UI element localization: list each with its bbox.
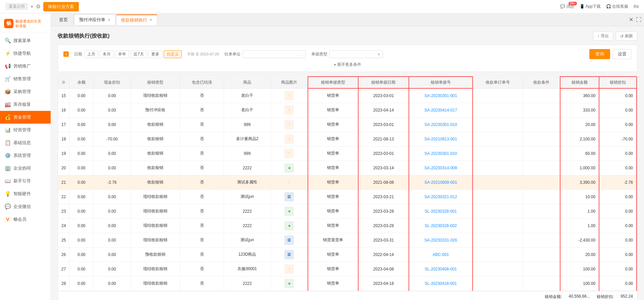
cell-verify-doc-type: 销货单 xyxy=(308,262,358,276)
cell-verify-doc-type: 销货单 xyxy=(308,218,358,233)
app-download-button[interactable]: 📱 App下载 xyxy=(580,4,601,9)
tab-receivable[interactable]: 收款核销执行 ✕ xyxy=(116,14,157,25)
cell-no: 28 xyxy=(58,276,69,291)
purchase-icon: 📦 xyxy=(5,89,11,95)
tab-prepaid[interactable]: 预付冲应付单 ✕ xyxy=(74,14,115,25)
from-unit-input[interactable] xyxy=(246,52,296,56)
verify-doc-link[interactable]: ABC-001 xyxy=(433,252,449,257)
message-button[interactable]: 💬 消息 99+ xyxy=(560,4,574,9)
cell-balance: 0.00 xyxy=(69,204,94,218)
cell-verify-doc-date: 2023-04-08 xyxy=(358,262,409,276)
company-selector[interactable]: 某某公司 xyxy=(5,3,28,10)
sidebar-item-sales[interactable]: 🛒 销售管理 xyxy=(0,73,51,85)
cell-verify-amount: 1,000.00 xyxy=(560,161,599,175)
cell-verify-type: 收款核销 xyxy=(130,175,180,189)
verify-doc-link[interactable]: SA-20210813-001 xyxy=(424,137,457,141)
cell-balance: 0.00 xyxy=(69,146,94,161)
user-name[interactable]: Rit xyxy=(634,4,639,9)
from-unit-input-wrap[interactable]: ... xyxy=(243,50,306,58)
product-image-thumb: ↑ xyxy=(284,149,294,158)
verify-doc-link[interactable]: SL-20230418-001 xyxy=(425,281,457,286)
filter-row: » 日期 上月 本月 本年 近7天 更多 自定义 不限 至 2023-07-26 xyxy=(63,49,632,59)
top-bar: 某某公司 ▾ ⚙ 体验行业方案 💬 消息 99+ 📱 App下载 🎧 在线客服 … xyxy=(0,0,644,13)
table-scroll[interactable]: ⚙ 余额 现金折扣 核销类型 包含已结清 商品 商品图片 核销单据类型 核销单据… xyxy=(58,76,637,291)
cell-verify-discount: 0.00 xyxy=(599,262,637,276)
verify-doc-link[interactable]: SA-20230331-026 xyxy=(424,238,457,243)
cell-cash-discount: 0.00 xyxy=(94,233,130,247)
sidebar-item-vip[interactable]: V 畅会员 xyxy=(0,213,51,226)
sidebar-item-enterprise[interactable]: 🏢 企业协同 xyxy=(0,162,51,175)
tab-expand-btn[interactable]: ⛶ xyxy=(636,17,641,23)
verify-doc-link[interactable]: SL-20230408-001 xyxy=(425,267,457,271)
cell-verify-doc-type: 销货单 xyxy=(308,204,358,218)
sidebar-item-basic[interactable]: 📋 基础信息 xyxy=(0,136,51,149)
sidebar-item-inventory[interactable]: 🏭 库存核算 xyxy=(0,98,51,111)
query-button[interactable]: 查询 xyxy=(589,49,610,59)
cell-receipt-condition xyxy=(523,161,560,175)
cell-receipt-condition xyxy=(523,262,560,276)
receipt-type-select[interactable]: ▾ xyxy=(329,50,383,58)
tab-receivable-close[interactable]: ✕ xyxy=(149,18,152,22)
cell-cash-discount: 0.00 xyxy=(94,103,130,117)
sidebar-item-search[interactable]: 🔍 搜索菜单 xyxy=(0,34,51,47)
verify-doc-link[interactable]: SA-20230301-010 xyxy=(424,151,457,156)
cell-balance: 0.00 xyxy=(69,247,94,262)
verify-doc-link[interactable]: SA-20230414-017 xyxy=(424,108,457,113)
sidebar-item-hardware[interactable]: 💡 智能硬件 xyxy=(0,187,51,200)
verify-doc-link[interactable]: SL-20230328-002 xyxy=(425,223,457,228)
tab-home[interactable]: 首页 xyxy=(54,15,73,25)
sidebar-item-purchase[interactable]: 📦 采购管理 xyxy=(0,85,51,98)
sidebar-item-marketing[interactable]: 📢 营销推广 xyxy=(0,60,51,73)
date-btn-custom[interactable]: 自定义 xyxy=(164,50,182,58)
date-btn-this-year[interactable]: 本年 xyxy=(115,50,129,58)
verify-doc-link[interactable]: SL-20230328-001 xyxy=(425,209,457,214)
sidebar-item-quick-nav[interactable]: ⚡ 快捷导航 xyxy=(0,47,51,60)
cell-product-image: 🖼 xyxy=(271,233,308,247)
cell-verify-doc-date: 2023-03-01 xyxy=(358,146,409,161)
cell-product-image: ↑ xyxy=(271,132,308,146)
th-settings[interactable]: ⚙ xyxy=(58,77,69,88)
date-btn-last-7d[interactable]: 近7天 xyxy=(130,50,147,58)
cell-product: 老白干 xyxy=(224,88,271,103)
cell-product: 测试多属性 xyxy=(224,175,271,189)
online-service-button[interactable]: 🎧 在线客服 xyxy=(606,4,628,9)
date-btn-more[interactable]: 更多 xyxy=(148,50,162,58)
tab-close-btn[interactable]: ✕ xyxy=(629,16,633,23)
product-image-thumb: ■ xyxy=(284,279,294,288)
marketing-icon: 📢 xyxy=(5,63,11,69)
from-unit-label: 往来单位 xyxy=(224,51,240,57)
data-table-wrap: ⚙ 余额 现金折扣 核销类型 包含已结清 商品 商品图片 核销单据类型 核销单据… xyxy=(58,76,637,300)
trial-button[interactable]: 体验行业方案 xyxy=(43,2,79,11)
tab-prepaid-close[interactable]: ✕ xyxy=(107,18,110,22)
company-dropdown-icon[interactable]: ▾ xyxy=(31,4,33,9)
date-btn-this-month[interactable]: 本月 xyxy=(100,50,114,58)
export-button[interactable]: ↑ 导出 xyxy=(593,32,613,41)
cell-include-settled: 否 xyxy=(180,204,224,218)
column-settings-icon[interactable]: ⚙ xyxy=(62,80,65,85)
sidebar-item-wechat[interactable]: 💬 企业微信 xyxy=(0,200,51,213)
cell-verify-doc-no: SA-20230301-010 xyxy=(409,146,473,161)
verify-doc-link[interactable]: SA-20230301-001 xyxy=(424,93,457,98)
sidebar-item-guide[interactable]: 📖 新手引导 xyxy=(0,175,51,187)
sidebar-item-finance[interactable]: 💰 资金管理 xyxy=(0,111,51,124)
cell-cash-discount: 0.00 xyxy=(94,247,130,262)
settings-icon[interactable]: ⚙ xyxy=(36,3,41,10)
cell-verify-doc-no: SA-20230314-008 xyxy=(409,161,473,175)
collapse-arrow-button[interactable]: » xyxy=(63,51,69,57)
cell-no: 22 xyxy=(58,189,69,204)
setting-button[interactable]: 设置 xyxy=(613,49,632,59)
verify-doc-link[interactable]: SA-20230314-008 xyxy=(424,166,457,170)
verify-doc-link[interactable]: SA-20230301-010 xyxy=(424,122,457,127)
table-row: 20 0.00 0.00 收款核销 否 2222 ■ 销货单 2023-03-1… xyxy=(58,161,637,175)
cell-verify-discount: 0.00 xyxy=(599,276,637,291)
date-btn-last-month[interactable]: 上月 xyxy=(84,50,98,58)
refresh-button[interactable]: ↺ 刷新 xyxy=(616,32,637,41)
verify-doc-link[interactable]: SA-20210808-001 xyxy=(424,180,457,185)
verify-doc-link[interactable]: SA-20230321-012 xyxy=(424,195,457,199)
cell-receipt-order-no xyxy=(473,262,523,276)
sidebar-item-system[interactable]: ⚙️ 系统管理 xyxy=(0,149,51,162)
sidebar-item-business[interactable]: 📊 经营管理 xyxy=(0,124,51,136)
cell-verify-doc-date: 2023-04-14 xyxy=(358,103,409,117)
cell-product-image: ↑ xyxy=(271,88,308,103)
expand-more-button[interactable]: ▾ 展开更多条件 xyxy=(63,62,632,68)
